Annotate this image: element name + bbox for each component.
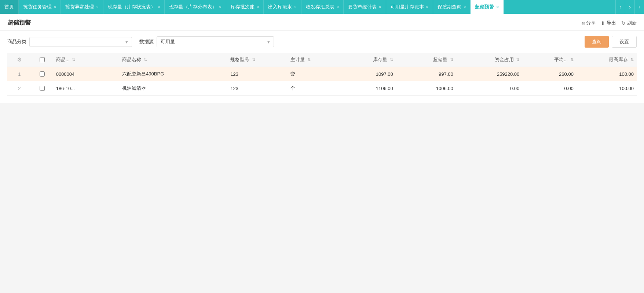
nav-label-inout-flow: 出入库流水 [268, 4, 292, 10]
sort-icon-product-name: ⇅ [144, 58, 147, 62]
nav-item-collect-send[interactable]: 收发存汇总表 × [301, 0, 344, 14]
nav-label-task-mgmt: 拣货任务管理 [23, 4, 52, 10]
settings-button[interactable]: 设置 [612, 36, 637, 48]
col-label-spec: 规格型号 [230, 57, 249, 62]
nav-close-collect-send[interactable]: × [337, 5, 339, 9]
product-category-select[interactable]: ▾ [29, 37, 132, 47]
page-header: 超储预警 ⎋ 分享 ⬆ 导出 ↻ 刷新 [0, 14, 644, 31]
select-all-checkbox[interactable] [40, 57, 45, 62]
nav-label-stock-status: 现存量（库存状况表） [108, 4, 155, 10]
sort-icon-spec: ⇅ [252, 58, 255, 62]
datasource-value: 可用量 [161, 38, 175, 45]
col-header-spec[interactable]: 规格型号 ⇅ [227, 53, 288, 67]
nav-arrow-right[interactable]: › [625, 0, 634, 14]
nav-label-batch: 库存批次账 [231, 4, 255, 10]
nav-item-order-stat[interactable]: 要货单统计表 × [344, 0, 386, 14]
nav-close-stock-status[interactable]: × [158, 5, 160, 9]
nav-close-abnormal[interactable]: × [96, 5, 98, 9]
col-header-checkbox[interactable] [32, 53, 53, 67]
cell-product-name-1: 机油滤清器 [119, 81, 227, 96]
nav-arrow-left[interactable]: ‹ [615, 0, 625, 14]
col-header-stock[interactable]: 库存量 ⇅ [336, 53, 396, 67]
nav-item-abnormal[interactable]: 拣货异常处理 × [61, 0, 103, 14]
cell-max-0: 100.00 [577, 67, 637, 81]
col-header-overstock[interactable]: 超储量 ⇅ [396, 53, 456, 67]
nav-item-quality-check[interactable]: 保质期查询 × [433, 0, 471, 14]
col-header-gear[interactable]: ⚙ [7, 53, 32, 67]
table-row: 2 186-10... 机油滤清器 123 个 1106.00 1006.00 … [7, 81, 637, 96]
col-header-unit[interactable]: 主计量 ⇅ [288, 53, 336, 67]
query-button[interactable]: 查询 [585, 36, 609, 48]
cell-avg-0: 260.00 [522, 67, 577, 81]
cell-capital-0: 259220.00 [456, 67, 522, 81]
nav-close-available-ledger[interactable]: × [426, 5, 428, 9]
cell-avg-1: 0.00 [522, 81, 577, 96]
col-label-max: 最高库存 [609, 57, 628, 62]
nav-close-batch[interactable]: × [257, 5, 259, 9]
nav-item-stock-dist[interactable]: 现存量（库存分布表） × [165, 0, 226, 14]
nav-item-available-ledger[interactable]: 可用量库存账本 × [386, 0, 433, 14]
nav-arrow-more[interactable]: › [634, 0, 644, 14]
export-icon: ⬆ [601, 20, 605, 26]
cell-product-code-1: 186-10... [53, 81, 119, 96]
nav-item-overstock-warning[interactable]: 超储预警 × [471, 0, 503, 14]
top-navigation: 首页 拣货任务管理 × 拣货异常处理 × 现存量（库存状况表） × 现存量（库存… [0, 0, 644, 14]
sort-icon-overstock: ⇅ [450, 58, 453, 62]
nav-close-stock-dist[interactable]: × [219, 5, 221, 9]
page-title: 超储预警 [7, 19, 31, 27]
col-header-product-name[interactable]: 商品名称 ⇅ [119, 53, 227, 67]
export-button[interactable]: ⬆ 导出 [601, 20, 616, 26]
cell-product-name-0: 六配套新昌490BPG [119, 67, 227, 81]
refresh-button[interactable]: ↻ 刷新 [621, 20, 637, 26]
col-header-product-code[interactable]: 商品... ⇅ [53, 53, 119, 67]
datasource-chevron-icon: ▾ [267, 39, 270, 45]
col-header-max[interactable]: 最高库存 ⇅ [577, 53, 637, 67]
page-container: 超储预警 ⎋ 分享 ⬆ 导出 ↻ 刷新 商品分类 ▾ 数据源 [0, 14, 644, 103]
sort-icon-avg: ⇅ [570, 58, 574, 62]
col-label-product-name: 商品名称 [122, 57, 141, 62]
nav-close-inout-flow[interactable]: × [294, 5, 296, 9]
filter-group-datasource: 数据源 可用量 ▾ [139, 36, 274, 47]
table-row: 1 0000004 六配套新昌490BPG 123 套 1097.00 997.… [7, 67, 637, 81]
nav-label-collect-send: 收发存汇总表 [306, 4, 334, 10]
nav-item-task-mgmt[interactable]: 拣货任务管理 × [19, 0, 61, 14]
nav-label-home: 首页 [4, 4, 14, 10]
nav-item-batch[interactable]: 库存批次账 × [226, 0, 264, 14]
nav-close-quality-check[interactable]: × [464, 5, 466, 9]
nav-label-stock-dist: 现存量（库存分布表） [169, 4, 217, 10]
nav-label-overstock-warning: 超储预警 [475, 4, 494, 10]
refresh-label: 刷新 [627, 20, 637, 26]
cell-checkbox-1[interactable] [32, 81, 53, 96]
share-button[interactable]: ⎋ 分享 [582, 20, 596, 26]
cell-stock-1: 1106.00 [336, 81, 396, 96]
nav-item-inout-flow[interactable]: 出入库流水 × [264, 0, 301, 14]
nav-close-overstock-warning[interactable]: × [496, 5, 498, 9]
nav-item-home[interactable]: 首页 [0, 0, 19, 14]
sort-icon-capital: ⇅ [516, 58, 519, 62]
table-header-row: ⚙ 商品... ⇅ 商品名称 ⇅ [7, 53, 637, 67]
product-category-label: 商品分类 [7, 38, 26, 45]
row-checkbox-0[interactable] [40, 71, 45, 77]
nav-close-task-mgmt[interactable]: × [54, 5, 56, 9]
row-checkbox-1[interactable] [40, 86, 45, 91]
category-chevron-icon: ▾ [125, 39, 128, 45]
sort-icon-unit: ⇅ [307, 58, 311, 62]
col-label-overstock: 超储量 [433, 57, 447, 62]
datasource-select[interactable]: 可用量 ▾ [157, 36, 274, 47]
overstock-table: ⚙ 商品... ⇅ 商品名称 ⇅ [7, 53, 637, 96]
sort-icon-stock: ⇅ [390, 58, 393, 62]
datasource-label: 数据源 [139, 38, 154, 45]
cell-checkbox-0[interactable] [32, 67, 53, 81]
cell-max-1: 100.00 [577, 81, 637, 96]
nav-label-abnormal: 拣货异常处理 [65, 4, 94, 10]
cell-overstock-1: 1006.00 [396, 81, 456, 96]
filter-actions: 查询 设置 [585, 36, 637, 48]
cell-product-code-0: 0000004 [53, 67, 119, 81]
col-header-avg[interactable]: 平均... ⇅ [522, 53, 577, 67]
cell-index-1: 2 [7, 81, 32, 96]
col-header-capital[interactable]: 资金占用 ⇅ [456, 53, 522, 67]
nav-close-order-stat[interactable]: × [379, 5, 381, 9]
nav-item-stock-status[interactable]: 现存量（库存状况表） × [103, 0, 165, 14]
col-label-unit: 主计量 [290, 57, 305, 62]
gear-settings-icon[interactable]: ⚙ [10, 56, 29, 63]
